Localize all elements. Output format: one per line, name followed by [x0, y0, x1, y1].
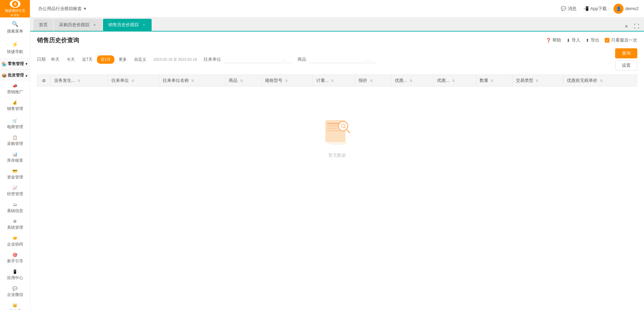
date-btn-custom[interactable]: 自定义	[131, 55, 149, 64]
ecommerce-label: 电商管理	[7, 124, 23, 130]
sort-business-date-icon: ⇅	[77, 79, 80, 83]
table-col-partner-name-label: 往来单位名称	[163, 78, 189, 83]
partner-dots[interactable]: ...	[281, 56, 286, 62]
table-col-quantity[interactable]: 数量 ⇅	[476, 75, 512, 87]
export-btn[interactable]: ⬆ 导出	[586, 37, 599, 43]
svg-line-8	[346, 130, 350, 133]
tab-bar: 首页 采购历史价跟踪 × 销售历史价跟踪 × × ⛶	[30, 17, 644, 32]
export-label: 导出	[591, 37, 599, 43]
table-col-partner-code[interactable]: 往来单位 ⇅	[108, 75, 159, 87]
user-menu-btn[interactable]: 👤 demo2	[613, 4, 639, 14]
close-all-tabs-btn[interactable]: ×	[624, 22, 629, 31]
message-btn[interactable]: 💬 消息	[561, 6, 577, 12]
query-button[interactable]: 查询	[615, 48, 637, 58]
only-last-checkbox[interactable]: ✓ 只看最后一次	[605, 37, 637, 43]
table-col-discount2[interactable]: 优惠... ⇅	[434, 75, 476, 87]
product-input-wrap: ...	[309, 56, 376, 63]
table-col-business-date-label: 业务发生...	[54, 78, 75, 83]
sidebar-section-retail[interactable]: 🏪 零售管理 ▼	[0, 58, 30, 69]
finance-icon: 💳	[12, 169, 17, 173]
table-col-trade-type[interactable]: 交易类型 ⇅	[512, 75, 564, 87]
vip-label: 畅会员	[9, 309, 21, 310]
tab-sales-history[interactable]: 销售历史价跟踪 ×	[103, 19, 152, 31]
date-btn-yesterday[interactable]: 昨天	[48, 55, 62, 64]
tab-purchase-history[interactable]: 采购历史价跟踪 ×	[54, 19, 102, 31]
sidebar-item-app-center[interactable]: 📱 应用中心	[0, 267, 30, 283]
date-btn-more[interactable]: 更多	[116, 55, 130, 64]
retail-arrow-icon: ▼	[25, 62, 28, 66]
sidebar-item-finance[interactable]: 💳 资金管理	[0, 166, 30, 183]
table-col-product[interactable]: 商品 ⇅	[225, 75, 262, 87]
sidebar-item-marketing[interactable]: 📣 营销推广	[0, 81, 30, 98]
table-col-partner-name[interactable]: 往来单位名称 ⇅	[159, 75, 225, 87]
sidebar-item-purchase[interactable]: 📋 采购管理	[0, 133, 30, 149]
tab-home[interactable]: 首页	[34, 19, 53, 31]
sort-price-icon: ⇅	[370, 79, 373, 83]
top-header-right: 💬 消息 📲 App下载 👤 demo2	[561, 4, 639, 14]
operations-icon: 📈	[12, 186, 17, 190]
account-selector[interactable]: 办公用品行业模拟账套 ▾	[36, 4, 89, 13]
wechat-label: 企业微信	[7, 292, 23, 298]
inventory-icon: 📊	[12, 152, 17, 157]
table-col-price-label: 报价	[359, 78, 367, 83]
partner-input[interactable]	[224, 56, 280, 61]
date-btn-today[interactable]: 今天	[64, 55, 78, 64]
table-container[interactable]: ⚙ 业务发生... ⇅ 往来单位 ⇅ 往来单位名称 ⇅	[30, 74, 644, 310]
sidebar-item-basic-info[interactable]: 🗂 基础信息	[0, 200, 30, 216]
product-input[interactable]	[309, 56, 365, 61]
table-col-price[interactable]: 报价 ⇅	[355, 75, 391, 87]
system-label: 系统管理	[7, 225, 23, 230]
app-download-btn[interactable]: 📲 App下载	[583, 6, 607, 12]
sidebar-section-wholesale[interactable]: 📦 批发管理 ▲	[0, 69, 30, 81]
table-col-unit[interactable]: 计量... ⇅	[313, 75, 355, 87]
sidebar-item-system[interactable]: ⚙ 系统管理	[0, 216, 30, 233]
sidebar-item-enterprise[interactable]: 🤝 企业协同	[0, 233, 30, 250]
table-col-spec[interactable]: 规格型号 ⇅	[261, 75, 313, 87]
sidebar-item-quick-nav[interactable]: ⚡ 快捷导航	[0, 38, 30, 58]
page-title: 销售历史价查询	[37, 36, 79, 44]
table-col-pretax-price[interactable]: 优惠前无税单价 ⇅	[564, 75, 637, 87]
app-download-label: App下载	[590, 6, 607, 12]
help-icon: ❓	[546, 38, 551, 43]
table-col-discount2-label: 优惠...	[437, 78, 449, 83]
purchase-label: 采购管理	[7, 141, 23, 147]
sort-pretax-price-icon: ⇅	[600, 79, 603, 83]
sidebar-item-sales-mgmt[interactable]: 💰 销售管理	[0, 98, 30, 114]
sidebar-item-wechat[interactable]: 💬 企业微信	[0, 283, 30, 300]
table-col-quantity-label: 数量	[480, 78, 488, 83]
maximize-btn[interactable]: ⛶	[633, 22, 641, 31]
wholesale-icon: 📦	[2, 73, 7, 78]
table-col-discount1[interactable]: 优惠... ⇅	[391, 75, 433, 87]
sidebar-item-vip[interactable]: 👑 畅会员	[0, 300, 30, 310]
quick-nav-icon: ⚡	[12, 41, 18, 48]
purchase-icon: 📋	[12, 135, 17, 140]
import-btn[interactable]: ⬇ 导入	[567, 37, 580, 43]
only-last-checkbox-icon: ✓	[605, 38, 609, 43]
product-dots[interactable]: ...	[367, 56, 371, 62]
date-range-text: 2023-02-18 至 2023-03-18	[153, 57, 197, 62]
tab-purchase-history-close-btn[interactable]: ×	[92, 22, 97, 27]
sidebar-item-search-menu[interactable]: 🔍 搜索菜单	[0, 17, 30, 38]
sidebar-item-ecommerce[interactable]: 🛒 电商管理	[0, 116, 30, 133]
tab-sales-history-close-btn[interactable]: ×	[142, 22, 146, 27]
app-center-icon: 📱	[12, 269, 17, 274]
table-col-business-date[interactable]: 业务发生... ⇅	[51, 75, 108, 87]
sidebar-item-newbie[interactable]: 🎯 新手引导	[0, 250, 30, 267]
finance-label: 资金管理	[7, 174, 23, 180]
newbie-icon: 🎯	[12, 253, 17, 257]
date-btn-7days[interactable]: 近7天	[79, 55, 96, 64]
app-center-label: 应用中心	[7, 275, 23, 281]
marketing-label: 营销推广	[7, 89, 23, 95]
table-col-trade-type-label: 交易类型	[516, 78, 533, 83]
table-settings-icon[interactable]: ⚙	[42, 78, 46, 83]
import-label: 导入	[572, 37, 580, 43]
settings-button[interactable]: 设置	[615, 60, 637, 70]
empty-state: 暂无数据	[37, 87, 637, 185]
help-btn[interactable]: ❓ 帮助	[546, 37, 561, 43]
vip-icon: 👑	[12, 303, 17, 308]
sidebar-item-operations[interactable]: 📈 经营管理	[0, 183, 30, 200]
table-col-settings[interactable]: ⚙	[37, 75, 51, 87]
sidebar-item-inventory[interactable]: 📊 库存核算	[0, 149, 30, 166]
wholesale-arrow-icon: ▲	[25, 73, 28, 77]
date-btn-1month[interactable]: 近1月	[97, 55, 115, 64]
